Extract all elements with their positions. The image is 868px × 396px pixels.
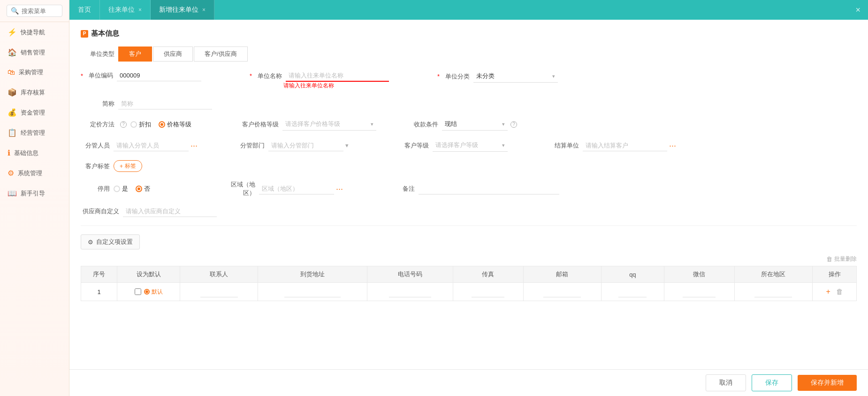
qq-input[interactable] xyxy=(618,286,647,297)
wechat-input[interactable] xyxy=(683,286,716,297)
cell-contact[interactable] xyxy=(180,283,258,301)
contact-input[interactable] xyxy=(200,286,238,297)
abbr-input[interactable] xyxy=(118,98,212,109)
tab-home[interactable]: 首页 xyxy=(69,0,100,20)
custom-settings-button[interactable]: ⚙ 自定义项设置 xyxy=(81,234,140,249)
disabled-radio-no[interactable]: 否 xyxy=(136,185,150,193)
cell-phone[interactable] xyxy=(367,283,453,301)
tab-contacts[interactable]: 往来单位 × xyxy=(100,0,151,20)
remark-label: 备注 xyxy=(400,185,419,193)
unit-code-required: * xyxy=(81,72,83,79)
sidebar-search-inner: 🔍 xyxy=(7,5,62,17)
sidebar-item-basic-info[interactable]: ℹ 基础信息 xyxy=(0,143,69,163)
settlement-label: 结算单位 xyxy=(550,141,583,150)
search-icon: 🔍 xyxy=(11,7,19,15)
sidebar-item-sales[interactable]: 🏠 销售管理 xyxy=(0,42,69,62)
sidebar-item-label: 基础信息 xyxy=(14,149,38,157)
disabled-radio-no-label: 否 xyxy=(144,185,150,193)
supervisor-label: 分管人员 xyxy=(81,141,114,150)
sidebar-item-shortcuts[interactable]: ⚡ 快捷导航 xyxy=(0,22,69,42)
customer-price-placeholder: 请选择客户价格等级 xyxy=(285,120,368,128)
cell-region[interactable] xyxy=(734,283,812,301)
tag-label: 客户标签 xyxy=(81,162,114,171)
supervisor-more-btn[interactable]: ··· xyxy=(189,141,199,150)
form-row-unit-type: 单位类型 客户 供应商 客户/供应商 xyxy=(81,47,857,62)
region-more-btn[interactable]: ··· xyxy=(334,185,345,193)
sidebar-item-guide[interactable]: 📖 新手引导 xyxy=(0,183,69,203)
pricing-radio-discount-circle xyxy=(130,121,137,128)
sidebar-item-purchase[interactable]: 🛍 采购管理 xyxy=(0,62,69,82)
payment-tooltip-icon[interactable]: ? xyxy=(510,121,517,128)
type-btn-both[interactable]: 客户/供应商 xyxy=(194,47,248,62)
pricing-tooltip-icon[interactable]: ? xyxy=(120,121,127,128)
email-input[interactable] xyxy=(543,286,581,297)
supervisor-input[interactable] xyxy=(114,140,189,151)
tab-new-contact-close[interactable]: × xyxy=(202,7,206,13)
unit-name-error-msg: 请输入往来单位名称 xyxy=(283,82,409,90)
customer-price-select[interactable]: 请选择客户价格等级 ▾ xyxy=(282,118,376,131)
row-add-btn[interactable]: + xyxy=(826,287,830,295)
customer-level-select[interactable]: 请选择客户等级 ▾ xyxy=(433,139,508,152)
type-btn-supplier[interactable]: 供应商 xyxy=(153,47,193,62)
save-new-button[interactable]: 保存并新增 xyxy=(798,375,857,391)
footer-bar: 取消 保存 保存并新增 xyxy=(69,369,868,396)
sidebar-item-inventory[interactable]: 📦 库存核算 xyxy=(0,82,69,102)
tab-bar-close-all[interactable]: × xyxy=(855,5,860,15)
sidebar-search-container: 🔍 xyxy=(0,0,69,22)
dept-input[interactable] xyxy=(268,140,343,151)
unit-code-label: 单位编码 xyxy=(84,71,117,80)
payment-cond-select[interactable]: 现结 ▾ xyxy=(442,118,508,131)
unit-name-label: 单位名称 xyxy=(253,72,286,80)
sidebar-item-funds[interactable]: 💰 资金管理 xyxy=(0,102,69,123)
remark-input[interactable] xyxy=(419,183,559,194)
region-input[interactable] xyxy=(259,183,334,194)
disabled-radio-yes[interactable]: 是 xyxy=(114,185,128,193)
table-header-row: 序号 设为默认 联系人 到货地址 电话号码 传真 邮箱 qq 微信 所在地区 操… xyxy=(81,266,857,283)
form-row-supplier-custom: 供应商自定义 xyxy=(81,206,857,217)
sidebar-item-operations[interactable]: 📋 经营管理 xyxy=(0,123,69,143)
cell-wechat[interactable] xyxy=(664,283,734,301)
settlement-input[interactable] xyxy=(583,140,667,151)
pricing-radio-level[interactable]: 价格等级 xyxy=(159,120,191,129)
sidebar-item-label: 新手引导 xyxy=(21,189,45,198)
row-delete-btn[interactable]: 🗑 xyxy=(836,287,843,295)
col-wechat: 微信 xyxy=(664,266,734,283)
address-input[interactable] xyxy=(284,286,341,297)
cell-address[interactable] xyxy=(258,283,367,301)
tab-home-label: 首页 xyxy=(78,6,91,14)
pricing-radio-discount[interactable]: 折扣 xyxy=(130,120,151,129)
type-btn-customer[interactable]: 客户 xyxy=(118,47,152,62)
unit-category-select[interactable]: 未分类 ▾ xyxy=(473,70,558,83)
batch-delete-label[interactable]: 批量删除 xyxy=(834,255,857,263)
sidebar-item-label: 系统管理 xyxy=(18,169,42,178)
cell-email[interactable] xyxy=(523,283,601,301)
type-btn-group: 客户 供应商 客户/供应商 xyxy=(118,47,248,62)
tab-new-contact-label: 新增往来单位 xyxy=(159,6,198,14)
sidebar-item-label: 经营管理 xyxy=(21,129,45,137)
table-region-input[interactable] xyxy=(754,286,792,297)
row-checkbox[interactable] xyxy=(135,288,141,295)
supplier-custom-input[interactable] xyxy=(123,206,217,217)
col-address: 到货地址 xyxy=(258,266,367,283)
save-button[interactable]: 保存 xyxy=(752,374,792,391)
settlement-more-btn[interactable]: ··· xyxy=(667,141,678,150)
fax-input[interactable] xyxy=(472,286,504,297)
cell-fax[interactable] xyxy=(453,283,523,301)
pricing-radio-discount-label: 折扣 xyxy=(139,120,151,129)
shortcuts-icon: ⚡ xyxy=(8,28,17,37)
tab-contacts-close[interactable]: × xyxy=(138,7,142,13)
cell-qq[interactable] xyxy=(602,283,664,301)
add-tag-button[interactable]: + 标签 xyxy=(114,160,142,172)
col-email: 邮箱 xyxy=(523,266,601,283)
unit-name-input[interactable] xyxy=(286,70,389,82)
cancel-button[interactable]: 取消 xyxy=(706,374,746,391)
tab-new-contact[interactable]: 新增往来单位 × xyxy=(151,0,214,20)
sidebar-item-system[interactable]: ⚙ 系统管理 xyxy=(0,163,69,183)
region-label: 区域（地区） xyxy=(221,180,259,197)
phone-input[interactable] xyxy=(389,286,431,297)
search-input[interactable] xyxy=(22,8,59,15)
customer-price-label: 客户价格等级 xyxy=(240,120,282,129)
unit-code-input[interactable] xyxy=(117,70,201,81)
dept-label: 分管部门 xyxy=(240,141,268,150)
table-body: 1 默认 xyxy=(81,283,857,301)
